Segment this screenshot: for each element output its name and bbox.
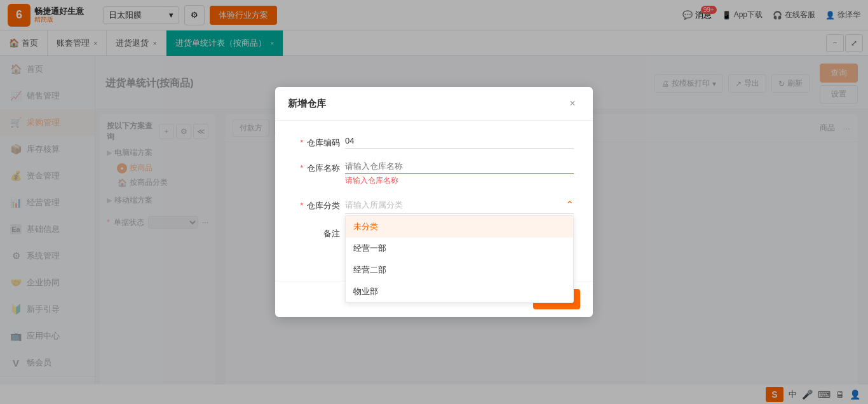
dialog-close-button[interactable]: × bbox=[565, 96, 580, 111]
dropdown-item-0[interactable]: 未分类 bbox=[346, 216, 573, 238]
dialog-title: 新增仓库 bbox=[288, 98, 326, 110]
required-mark-name: * bbox=[300, 163, 303, 173]
code-input[interactable] bbox=[345, 133, 574, 149]
required-mark-cat: * bbox=[300, 201, 303, 210]
dropdown-item-1[interactable]: 经营一部 bbox=[346, 238, 573, 259]
form-row-code: * 仓库编码 bbox=[294, 133, 574, 149]
category-dropdown: 未分类 经营一部 经营二部 物业部 bbox=[345, 215, 574, 303]
category-placeholder: 请输入所属分类 bbox=[345, 199, 403, 211]
dialog-body: * 仓库编码 * 仓库名称 请输入仓库名称 bbox=[275, 121, 593, 281]
category-select[interactable]: 请输入所属分类 ⌃ bbox=[345, 196, 574, 214]
name-field: 请输入仓库名称 bbox=[345, 159, 574, 186]
modal-overlay: 新增仓库 × * 仓库编码 * 仓库名称 bbox=[0, 0, 868, 404]
category-field: 请输入所属分类 ⌃ 未分类 经营一部 经营二部 bbox=[345, 196, 574, 214]
code-field bbox=[345, 133, 574, 149]
required-mark: * bbox=[300, 138, 303, 147]
name-label: * 仓库名称 bbox=[294, 159, 345, 174]
code-label: * 仓库编码 bbox=[294, 133, 345, 149]
name-error-msg: 请输入仓库名称 bbox=[345, 175, 574, 186]
dropdown-item-3[interactable]: 物业部 bbox=[346, 281, 573, 302]
form-row-name: * 仓库名称 请输入仓库名称 bbox=[294, 159, 574, 186]
select-arrow-icon: ⌃ bbox=[566, 199, 574, 211]
category-label: * 仓库分类 bbox=[294, 196, 345, 212]
dialog-new-warehouse: 新增仓库 × * 仓库编码 * 仓库名称 bbox=[275, 87, 593, 317]
dialog-header: 新增仓库 × bbox=[275, 87, 593, 121]
form-row-category: * 仓库分类 请输入所属分类 ⌃ 未分类 经营一部 bbox=[294, 196, 574, 214]
dropdown-item-2[interactable]: 经营二部 bbox=[346, 259, 573, 281]
note-label: 备注 bbox=[294, 224, 345, 239]
name-input[interactable] bbox=[345, 159, 574, 174]
